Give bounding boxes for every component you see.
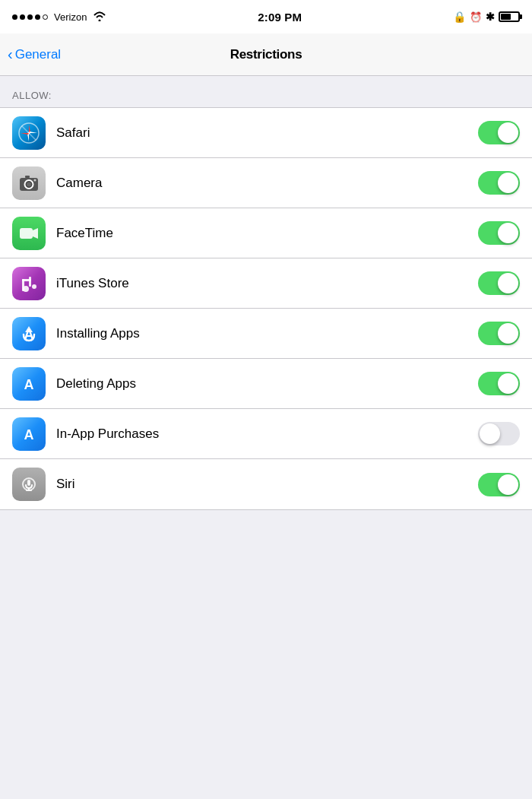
svg-point-10: [27, 182, 31, 186]
battery-fill: [501, 14, 511, 20]
toggle-knob: [498, 223, 518, 243]
toggle-knob: [498, 273, 518, 293]
toggle-inapp[interactable]: [478, 422, 520, 445]
dot-4: [35, 14, 40, 20]
toggle-facetime[interactable]: [478, 221, 520, 245]
toggle-siri[interactable]: [478, 473, 520, 496]
svg-rect-19: [22, 279, 31, 281]
itunes-app-icon: [12, 267, 46, 300]
installing-apps-icon: A: [12, 317, 46, 350]
svg-text:A: A: [24, 377, 34, 392]
svg-line-7: [30, 133, 36, 140]
section-header: ALLOW:: [0, 76, 532, 107]
toggle-knob: [498, 373, 518, 394]
item-label-deleting: Deleting Apps: [56, 376, 467, 392]
deleting-apps-icon: A: [12, 367, 46, 401]
carrier-label: Verizon: [54, 11, 87, 23]
wifi-icon: [93, 11, 106, 24]
list-item: FaceTime: [0, 208, 532, 258]
nav-bar: ‹ General Restrictions: [0, 33, 532, 76]
settings-list: Safari Camera FaceTime: [0, 107, 532, 510]
toggle-safari[interactable]: [478, 121, 520, 144]
item-label-installing: Installing Apps: [56, 326, 467, 341]
status-time: 2:09 PM: [258, 11, 302, 24]
svg-text:A: A: [24, 427, 34, 442]
status-left: Verizon: [12, 11, 106, 24]
toggle-camera[interactable]: [478, 171, 520, 195]
svg-line-6: [22, 126, 29, 133]
svg-rect-11: [25, 176, 30, 178]
list-item: A Deleting Apps: [0, 359, 532, 409]
toggle-knob: [498, 173, 518, 193]
item-label-camera: Camera: [56, 176, 467, 191]
item-label-inapp: In-App Purchases: [56, 426, 467, 442]
bluetooth-icon: ✱: [486, 11, 495, 23]
back-chevron-icon: ‹: [8, 46, 13, 62]
item-label-siri: Siri: [56, 477, 467, 492]
back-button[interactable]: ‹ General: [8, 47, 61, 62]
facetime-app-icon: [12, 217, 46, 250]
dot-5: [43, 14, 48, 20]
battery-icon: [499, 11, 520, 22]
svg-rect-13: [20, 228, 33, 239]
item-label-facetime: FaceTime: [56, 226, 467, 241]
list-item: A Installing Apps: [0, 309, 532, 359]
page-title: Restrictions: [230, 47, 302, 62]
dot-3: [27, 14, 33, 20]
safari-app-icon: [12, 116, 46, 150]
toggle-installing[interactable]: [478, 322, 520, 345]
list-item: iTunes Store: [0, 258, 532, 309]
svg-rect-25: [27, 480, 30, 486]
svg-marker-5: [21, 133, 29, 135]
item-label-itunes: iTunes Store: [56, 276, 467, 291]
siri-app-icon: [12, 468, 46, 501]
list-item: Siri: [0, 459, 532, 509]
svg-point-16: [32, 284, 36, 289]
back-label: General: [15, 47, 61, 62]
item-label-safari: Safari: [56, 125, 467, 141]
dot-1: [12, 14, 17, 20]
list-item: Safari: [0, 108, 532, 158]
toggle-itunes[interactable]: [478, 271, 520, 295]
toggle-knob: [498, 323, 518, 344]
svg-text:A: A: [24, 327, 34, 342]
dot-2: [20, 14, 25, 20]
toggle-knob: [480, 423, 500, 444]
alarm-icon: ⏰: [470, 11, 482, 23]
lock-icon: 🔒: [453, 11, 466, 23]
toggle-deleting[interactable]: [478, 372, 520, 395]
toggle-knob: [498, 122, 518, 143]
svg-point-12: [34, 179, 36, 181]
inapp-purchases-icon: A: [12, 417, 46, 451]
signal-dots: [12, 14, 48, 20]
toggle-knob: [498, 474, 518, 495]
svg-marker-4: [29, 132, 37, 133]
camera-app-icon: [12, 166, 46, 200]
status-right: 🔒 ⏰ ✱: [453, 11, 520, 23]
svg-rect-17: [29, 277, 31, 287]
list-item: Camera: [0, 158, 532, 208]
svg-marker-14: [33, 228, 38, 239]
status-bar: Verizon 2:09 PM 🔒 ⏰ ✱: [0, 0, 532, 33]
list-item: A In-App Purchases: [0, 409, 532, 459]
